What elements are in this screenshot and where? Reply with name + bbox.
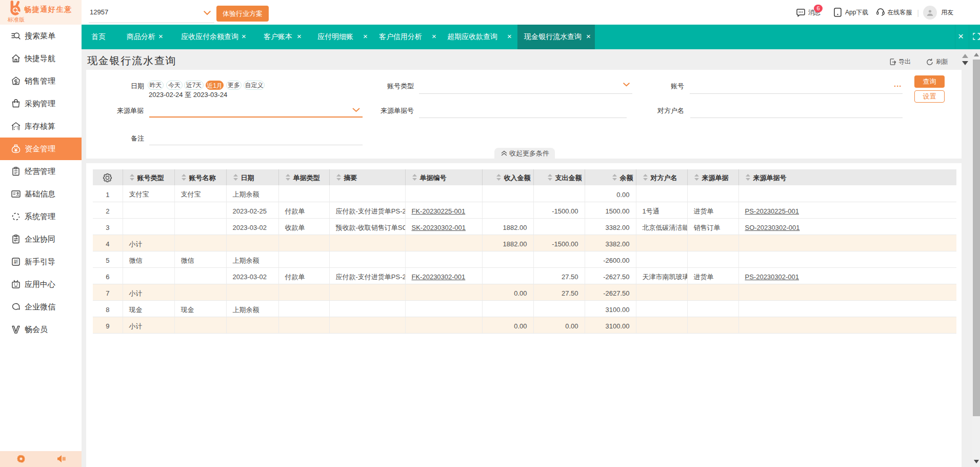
svg-text:新: 新: [14, 259, 18, 264]
